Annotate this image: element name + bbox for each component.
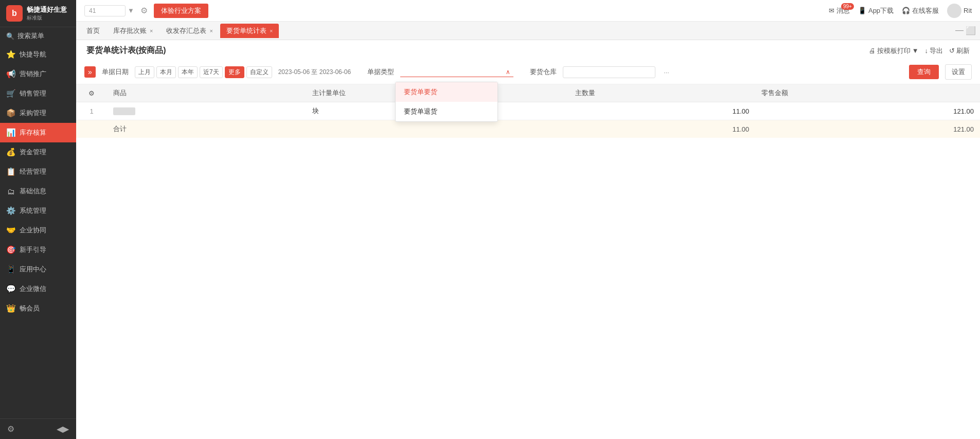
sidebar-item-operations[interactable]: 📋 经营管理 xyxy=(0,162,76,181)
nav-label: 基础信息 xyxy=(20,187,46,196)
refresh-action[interactable]: ↺ 刷新 xyxy=(949,46,970,56)
sidebar-item-inventory[interactable]: 📊 库存核算 xyxy=(0,123,76,142)
collapse-sidebar-icon[interactable]: ◀▶ xyxy=(57,424,69,434)
nav-label: 采购管理 xyxy=(20,108,46,118)
type-select-input[interactable] xyxy=(400,67,513,77)
top-header: ▼ ⚙ 体验行业方案 ✉ 消息 99+ 📱 App下载 🎧 在线客服 Rit xyxy=(76,0,980,22)
settings-bottom-icon[interactable]: ⚙ xyxy=(7,424,14,434)
tab-batch-close[interactable]: × xyxy=(150,28,153,34)
user-avatar xyxy=(947,4,961,18)
header-number-area: ▼ xyxy=(84,5,134,16)
tab-minimize-icon[interactable]: — xyxy=(955,26,964,35)
online-service-label: 在线客服 xyxy=(912,6,939,15)
this-year-btn[interactable]: 本年 xyxy=(178,66,198,78)
sidebar-item-enterprise[interactable]: 🤝 企业协同 xyxy=(0,221,76,240)
user-name: Rit xyxy=(964,7,972,14)
sidebar-item-member[interactable]: 👑 畅会员 xyxy=(0,299,76,318)
number-dropdown-icon[interactable]: ▼ xyxy=(128,7,134,14)
logo-main: 畅捷通好生意 xyxy=(27,6,67,14)
tab-order-close[interactable]: × xyxy=(270,28,273,34)
refresh-label: 刷新 xyxy=(956,46,970,56)
refresh-icon: ↺ xyxy=(949,47,955,54)
tab-receive-close[interactable]: × xyxy=(209,28,212,34)
sidebar-item-sales[interactable]: 🛒 销售管理 xyxy=(0,84,76,103)
tab-receive-label: 收发存汇总表 xyxy=(166,26,206,35)
tab-receive-summary[interactable]: 收发存汇总表 × xyxy=(160,24,219,38)
query-button[interactable]: 查询 xyxy=(909,65,939,79)
table-settings-icon[interactable]: ⚙ xyxy=(88,89,95,97)
nav-label: 库存核算 xyxy=(20,128,46,137)
last-7-days-btn[interactable]: 近7天 xyxy=(200,66,223,78)
tab-order-stats[interactable]: 要货单统计表 × xyxy=(220,24,279,38)
search-label: 搜索菜单 xyxy=(17,31,44,41)
sidebar-search[interactable]: 🔍 搜索菜单 xyxy=(0,27,76,45)
expand-filter-button[interactable]: » xyxy=(84,66,96,78)
tab-maximize-icon[interactable]: ⬜ xyxy=(966,26,976,35)
tab-batch-label: 库存批次账 xyxy=(113,26,147,35)
sidebar-item-finance[interactable]: 💰 资金管理 xyxy=(0,142,76,162)
date-filter-label: 单据日期 xyxy=(102,67,129,77)
user-area[interactable]: Rit xyxy=(947,4,972,18)
sidebar-item-system[interactable]: ⚙️ 系统管理 xyxy=(0,201,76,221)
custom-date-btn[interactable]: 自定义 xyxy=(246,66,272,78)
tab-home[interactable]: 首页 xyxy=(80,24,106,38)
export-label: 导出 xyxy=(930,46,943,56)
dropdown-option-order-goods[interactable]: 要货单要货 xyxy=(396,82,497,102)
sidebar-item-app-center[interactable]: 📱 应用中心 xyxy=(0,260,76,279)
nav-label: 企业微信 xyxy=(20,284,46,294)
export-icon: ↓ xyxy=(925,47,929,54)
sidebar-nav: ⭐ 快捷导航 📢 营销推广 🛒 销售管理 📦 采购管理 📊 库存核算 💰 资金管… xyxy=(0,45,76,418)
star-icon: ⭐ xyxy=(6,50,15,59)
online-service-item[interactable]: 🎧 在线客服 xyxy=(902,6,939,15)
message-icon: ✉ xyxy=(829,7,834,14)
trial-industry-button[interactable]: 体验行业方案 xyxy=(154,4,208,18)
sidebar-item-base-info[interactable]: 🗂 基础信息 xyxy=(0,181,76,201)
this-month-btn[interactable]: 本月 xyxy=(156,66,176,78)
tab-batch-account[interactable]: 库存批次账 × xyxy=(107,24,159,38)
tab-bar-actions: — ⬜ xyxy=(955,26,976,35)
page-title: 要货单统计表(按商品) xyxy=(86,45,166,56)
cell-quantity: 11.00 xyxy=(569,102,755,120)
dropdown-option-order-return[interactable]: 要货单退货 xyxy=(396,102,497,121)
sidebar-item-quick-nav[interactable]: ⭐ 快捷导航 xyxy=(0,45,76,64)
more-dates-btn[interactable]: 更多 xyxy=(225,66,244,78)
table-row: 1 块 11.00 121.00 xyxy=(76,102,980,120)
page-title-bar: 要货单统计表(按商品) 🖨 按模板打印 ▼ ↓ 导出 ↺ 刷新 xyxy=(76,40,980,60)
footer-amount: 121.00 xyxy=(755,120,980,138)
tab-order-label: 要货单统计表 xyxy=(226,26,266,35)
print-action[interactable]: 🖨 按模板打印 ▼ xyxy=(869,46,919,56)
col-header-settings[interactable]: ⚙ xyxy=(76,84,107,102)
filter-area: » 单据日期 上月 本月 本年 近7天 更多 自定义 2023-05-06 至 … xyxy=(76,60,980,84)
sidebar-item-guide[interactable]: 🎯 新手引导 xyxy=(0,240,76,260)
nav-label: 新手引导 xyxy=(20,245,46,254)
warehouse-input[interactable] xyxy=(563,66,655,78)
app-download-label: App下载 xyxy=(868,6,894,15)
sidebar-item-purchase[interactable]: 📦 采购管理 xyxy=(0,103,76,123)
footer-quantity: 11.00 xyxy=(569,120,755,138)
table-area: ⚙ 商品 主计量单位 主数量 零售金额 1 xyxy=(76,84,980,439)
sidebar-logo: b 畅捷通好生意 标准版 xyxy=(0,0,76,27)
warehouse-filter-label: 要货仓库 xyxy=(530,67,557,77)
nav-label: 经营管理 xyxy=(20,167,46,176)
date-shortcuts: 上月 本月 本年 近7天 更多 自定义 xyxy=(135,66,272,78)
export-action[interactable]: ↓ 导出 xyxy=(925,46,943,56)
footer-empty-2 xyxy=(306,120,569,138)
sidebar-item-wechat[interactable]: 💬 企业微信 xyxy=(0,279,76,299)
nav-label: 系统管理 xyxy=(20,206,46,215)
settings-button[interactable]: 设置 xyxy=(945,64,972,80)
page-actions: 🖨 按模板打印 ▼ ↓ 导出 ↺ 刷新 xyxy=(869,46,970,56)
app-download-item[interactable]: 📱 App下载 xyxy=(858,6,894,15)
number-input[interactable] xyxy=(84,5,126,16)
sidebar-item-marketing[interactable]: 📢 营销推广 xyxy=(0,64,76,84)
prev-month-btn[interactable]: 上月 xyxy=(135,66,154,78)
app-download-icon: 📱 xyxy=(858,7,866,14)
warehouse-more-icon[interactable]: ··· xyxy=(664,68,669,76)
online-service-icon: 🎧 xyxy=(902,7,910,14)
clipboard-icon: 📋 xyxy=(6,167,15,176)
print-dropdown-icon[interactable]: ▼ xyxy=(912,47,919,54)
header-gear-icon[interactable]: ⚙ xyxy=(140,6,148,15)
main-content: ▼ ⚙ 体验行业方案 ✉ 消息 99+ 📱 App下载 🎧 在线客服 Rit xyxy=(76,0,980,439)
chart-icon: 📊 xyxy=(6,128,15,137)
nav-label: 畅会员 xyxy=(20,304,40,313)
message-item[interactable]: ✉ 消息 99+ xyxy=(829,6,850,15)
